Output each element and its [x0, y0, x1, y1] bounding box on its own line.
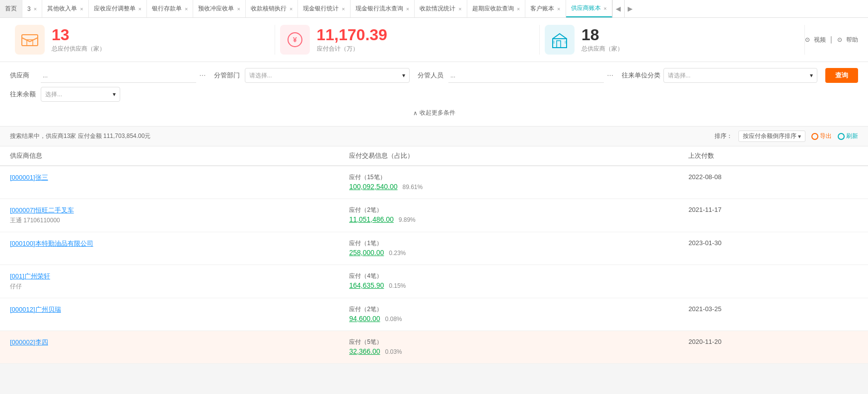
supplier-sub: 仔仔 [10, 282, 349, 291]
close-icon[interactable]: × [185, 6, 188, 12]
nav-customer-account[interactable]: 客户账本 × [525, 0, 566, 17]
export-button[interactable]: 导出 [811, 132, 832, 140]
tx-amount[interactable]: 258,000.00 [349, 249, 384, 257]
table-row: [000001]张三 应付（15笔） 100,092,540.00 89.61%… [0, 166, 868, 199]
tx-row: 32,366.00 0.03% [349, 346, 688, 356]
person-more-icon[interactable]: ··· [607, 71, 613, 80]
balance-select-placeholder: 选择... [45, 90, 62, 99]
last-pay-date: 2021-03-25 [688, 305, 722, 313]
supplier-link[interactable]: [000100]本特勤油品有限公司 [10, 240, 93, 247]
dept-select[interactable]: 请选择... ▾ [245, 68, 410, 83]
nav-advance-collect[interactable]: 预收冲应收单 × [193, 0, 245, 17]
chevron-down-icon: ▾ [113, 91, 116, 98]
sort-button[interactable]: 按应付余额倒序排序 ▾ [738, 131, 805, 142]
nav-tab3[interactable]: 3 × [22, 0, 42, 17]
tx-amount[interactable]: 100,092,540.00 [349, 183, 397, 191]
stat-info-amount: 11,170.39 应付合计（万） [317, 27, 387, 53]
nav-overdue-query[interactable]: 超期应收款查询 × [467, 0, 525, 17]
tx-amount[interactable]: 164,635.90 [349, 281, 384, 289]
supplier-cell: [000001]张三 [10, 173, 349, 182]
supplier-link[interactable]: [001]广州荣轩 [10, 272, 50, 280]
table-header: 供应商信息 应付交易信息（占比） 上次付数 [0, 146, 868, 166]
close-icon[interactable]: × [604, 5, 607, 11]
close-icon[interactable]: × [557, 6, 560, 12]
nav-ap-adjust-label: 应收应付调整单 [94, 4, 136, 13]
category-select[interactable]: 请选择... ▾ [663, 68, 818, 83]
stat-value-amount: 11,170.39 [317, 27, 387, 43]
nav-arrow-left[interactable]: ◀ [612, 0, 624, 17]
nav-cash-bank-stat-label: 现金银行统计 [303, 4, 339, 13]
tx-pct: 0.08% [385, 316, 402, 323]
supplier-link[interactable]: [000012]广州贝瑞 [10, 306, 61, 313]
stat-label-amount: 应付合计（万） [317, 45, 387, 53]
data-table: 供应商信息 应付交易信息（占比） 上次付数 [000001]张三 应付（15笔）… [0, 146, 868, 364]
close-icon[interactable]: × [34, 6, 37, 12]
query-button[interactable]: 查询 [825, 68, 858, 83]
tx-row: 164,635.90 0.15% [349, 280, 688, 290]
close-icon[interactable]: × [80, 6, 83, 12]
last-pay-cell: 2023-01-30 [688, 239, 858, 247]
collapse-button[interactable]: ∧ 收起更多条件 [10, 106, 858, 120]
close-icon[interactable]: × [289, 6, 292, 12]
supplier-link[interactable]: [000007]恒旺二手叉车 [10, 206, 74, 214]
stat-label-suppliers: 总应付供应商（家） [52, 45, 105, 53]
help-icon: ⊙ [837, 36, 842, 43]
tx-amount[interactable]: 11,051,486.00 [349, 215, 394, 223]
last-pay-date: 2022-08-08 [688, 173, 722, 181]
chevron-down-icon: ▾ [402, 72, 405, 79]
last-pay-date: 2020-11-20 [688, 338, 722, 345]
filter-balance: 往来余额 选择... ▾ [10, 87, 139, 102]
nav-overdue-query-label: 超期应收款查询 [472, 4, 514, 13]
close-icon[interactable]: × [458, 6, 461, 12]
supplier-more-icon[interactable]: ··· [199, 71, 206, 80]
supplier-input[interactable] [41, 68, 196, 83]
store-svg-icon [550, 30, 570, 50]
nav-collect-check-label: 收款核销执行 [251, 4, 287, 13]
close-icon[interactable]: × [406, 6, 409, 12]
refresh-button[interactable]: 刷新 [838, 132, 858, 140]
last-pay-cell: 2022-08-08 [688, 173, 858, 181]
top-navigation: 首页 3 × 其他收入单 × 应收应付调整单 × 银行存款单 × 预收冲应收单 … [0, 0, 868, 18]
stat-block-suppliers: 13 总应付供应商（家） [10, 25, 275, 55]
supplier-svg-icon [20, 30, 40, 50]
person-input[interactable] [448, 68, 604, 83]
tx-amount[interactable]: 32,366.00 [349, 347, 380, 355]
result-bar: 搜索结果中，供应商13家 应付金额 111,703,854.00元 排序： 按应… [0, 127, 868, 146]
supplier-cell: [000007]恒旺二手叉车 王通 17106110000 [10, 206, 349, 225]
supplier-link[interactable]: [000002]李四 [10, 338, 48, 346]
svg-rect-0 [22, 35, 38, 46]
amount-icon: ¥ [280, 25, 310, 55]
col-header-transaction: 应付交易信息（占比） [349, 151, 688, 160]
stat-value-total: 18 [581, 27, 623, 43]
supplier-cell: [000100]本特勤油品有限公司 [10, 239, 349, 248]
balance-filter-label: 往来余额 [10, 90, 38, 99]
tx-amount[interactable]: 94,600.00 [349, 315, 380, 323]
close-icon[interactable]: × [342, 6, 345, 12]
nav-bank-deposit-label: 银行存款单 [152, 4, 182, 13]
sort-value: 按应付余额倒序排序 [743, 132, 796, 140]
close-icon[interactable]: × [517, 6, 520, 12]
svg-text:¥: ¥ [293, 36, 297, 44]
balance-select[interactable]: 选择... ▾ [41, 87, 120, 102]
help-link[interactable]: 帮助 [846, 36, 858, 44]
nav-bank-deposit[interactable]: 银行存款单 × [147, 0, 193, 17]
supplier-link[interactable]: [000001]张三 [10, 174, 48, 181]
tx-row: 11,051,486.00 9.89% [349, 214, 688, 224]
nav-collect-check[interactable]: 收款核销执行 × [246, 0, 298, 17]
nav-ap-adjust[interactable]: 应收应付调整单 × [89, 0, 147, 17]
close-icon[interactable]: × [139, 6, 142, 12]
nav-home[interactable]: 首页 [0, 0, 22, 17]
nav-other-income[interactable]: 其他收入单 × [42, 0, 88, 17]
nav-cash-bank-flow[interactable]: 现金银行流水查询 × [351, 0, 415, 17]
nav-advance-collect-label: 预收冲应收单 [198, 4, 234, 13]
close-icon[interactable]: × [237, 6, 240, 12]
nav-collect-stat[interactable]: 收款情况统计 × [415, 0, 467, 17]
table-row: [000100]本特勤油品有限公司 应付（1笔） 258,000.00 0.23… [0, 232, 868, 265]
nav-supplier-account[interactable]: 供应商账本 × [566, 0, 612, 17]
video-link[interactable]: 视频 [814, 36, 826, 44]
table-row: [000002]李四 应付（5笔） 32,366.00 0.03% 2020-1… [0, 331, 868, 364]
nav-arrow-right[interactable]: ▶ [624, 0, 636, 17]
transaction-cell: 应付（4笔） 164,635.90 0.15% [349, 272, 688, 290]
tx-label: 应付（2笔） [349, 206, 688, 214]
nav-cash-bank-stat[interactable]: 现金银行统计 × [298, 0, 350, 17]
